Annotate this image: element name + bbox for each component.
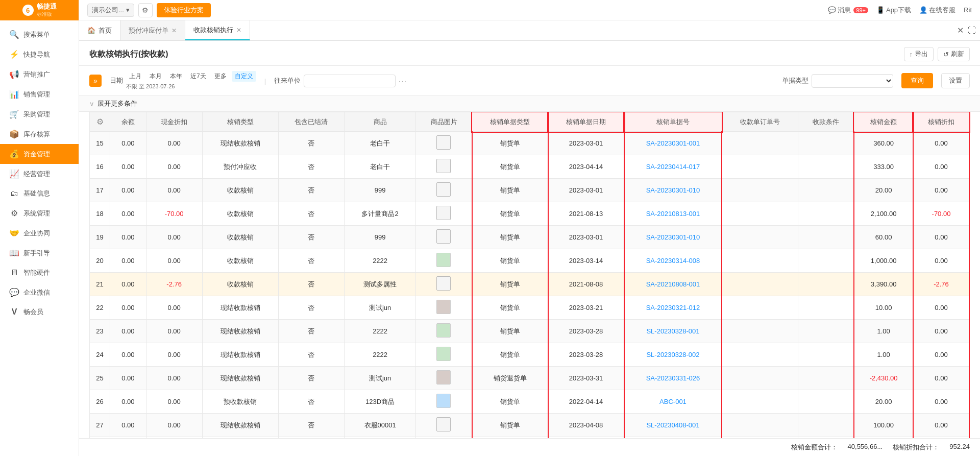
cell-balance: 0.00 bbox=[110, 132, 146, 155]
date-btn-this-year[interactable]: 本年 bbox=[167, 71, 185, 82]
cell-writeoff-no[interactable]: SL-20230328-001 bbox=[624, 320, 722, 343]
sidebar-item-guide[interactable]: 📖 新手引导 bbox=[0, 243, 79, 263]
cell-id: 23 bbox=[90, 320, 110, 343]
cell-writeoff-date: 2023-04-08 bbox=[548, 414, 624, 437]
total-amount-value: 40,556,66... bbox=[848, 443, 883, 452]
cell-type: 收款核销 bbox=[202, 273, 278, 296]
cell-included: 否 bbox=[278, 132, 344, 155]
sidebar-item-wechat[interactable]: 💬 企业微信 bbox=[0, 282, 79, 302]
date-label: 日期 bbox=[110, 76, 123, 85]
collab-nav-icon: 🤝 bbox=[9, 228, 19, 238]
cell-receipt-order bbox=[722, 273, 798, 296]
member-nav-icon: V bbox=[9, 307, 19, 317]
table-row: 15 0.00 0.00 现结收款核销 否 老白干 销货单 2023-03-01… bbox=[90, 132, 970, 155]
sidebar-item-member[interactable]: V 畅会员 bbox=[0, 302, 79, 322]
app-download-button[interactable]: 📱 App下载 bbox=[876, 6, 911, 15]
cell-writeoff-no[interactable]: SA-20230331-026 bbox=[624, 367, 722, 390]
date-btn-last-month[interactable]: 上月 bbox=[126, 71, 144, 82]
message-button[interactable]: 💬 消息 99+ bbox=[828, 6, 868, 15]
company-selector[interactable]: 演示公司... ▾ bbox=[87, 4, 134, 17]
cell-included: 否 bbox=[278, 226, 344, 249]
online-service-button[interactable]: 👤 在线客服 bbox=[919, 6, 955, 15]
cell-writeoff-no[interactable]: SA-20230301-010 bbox=[624, 179, 722, 202]
settings-button[interactable]: ⚙ bbox=[138, 3, 153, 17]
voucher-type-select[interactable] bbox=[812, 74, 893, 88]
voucher-type-label: 单据类型 bbox=[782, 76, 808, 85]
cell-writeoff-no[interactable]: SA-20210813-001 bbox=[624, 202, 722, 226]
tab-writeoff-close[interactable]: ✕ bbox=[236, 27, 241, 34]
tab-fullscreen-button[interactable]: ⛶ bbox=[968, 26, 976, 35]
sidebar-item-inventory[interactable]: 📦 库存核算 bbox=[0, 124, 79, 144]
sidebar-item-sales[interactable]: 📊 销售管理 bbox=[0, 84, 79, 104]
sidebar-item-purchase[interactable]: 🛒 采购管理 bbox=[0, 104, 79, 124]
sidebar-item-collab[interactable]: 🤝 企业协同 bbox=[0, 223, 79, 243]
export-button[interactable]: ↑ 导出 bbox=[904, 47, 934, 61]
from-unit-filter: 往来单位 ··· bbox=[274, 75, 407, 87]
cell-goods-img bbox=[416, 320, 472, 343]
sidebar-item-operation[interactable]: 📈 经营管理 bbox=[0, 164, 79, 184]
tab-prepay[interactable]: 预付冲应付单 ✕ bbox=[120, 20, 185, 40]
page-title: 收款核销执行(按收款) bbox=[89, 49, 168, 60]
cell-balance: 0.00 bbox=[110, 249, 146, 273]
cell-goods: 测试多属性 bbox=[344, 273, 415, 296]
query-button[interactable]: 查询 bbox=[901, 73, 933, 88]
tab-prepay-close[interactable]: ✕ bbox=[172, 27, 177, 34]
date-btn-more[interactable]: 更多 bbox=[211, 71, 230, 82]
cell-writeoff-type: 销货单 bbox=[472, 390, 548, 414]
date-btn-custom[interactable]: 自定义 bbox=[232, 71, 256, 82]
date-btn-7days[interactable]: 近7天 bbox=[187, 71, 209, 82]
filter-settings-button[interactable]: 设置 bbox=[941, 73, 970, 88]
cell-writeoff-no[interactable]: ABC-001 bbox=[624, 390, 722, 414]
cell-receipt-condition bbox=[798, 320, 854, 343]
date-btn-this-month[interactable]: 本月 bbox=[146, 71, 165, 82]
sidebar-item-marketing[interactable]: 📢 营销推广 bbox=[0, 64, 79, 84]
cell-goods-img bbox=[416, 132, 472, 155]
cell-writeoff-amount: 60.00 bbox=[854, 226, 913, 249]
cell-writeoff-no[interactable]: SA-20230301-010 bbox=[624, 226, 722, 249]
cell-writeoff-no[interactable]: SA-20210808-001 bbox=[624, 273, 722, 296]
from-unit-input[interactable] bbox=[304, 75, 396, 87]
sidebar-item-system[interactable]: ⚙ 系统管理 bbox=[0, 203, 79, 223]
sidebar-item-label: 畅会员 bbox=[23, 307, 43, 317]
expand-more-bar[interactable]: ∨ 展开更多条件 bbox=[79, 96, 980, 112]
cell-goods-img bbox=[416, 367, 472, 390]
tab-home[interactable]: 🏠 首页 bbox=[79, 20, 120, 40]
cell-receipt-condition bbox=[798, 132, 854, 155]
expand-button[interactable]: » bbox=[89, 75, 102, 87]
cell-writeoff-no[interactable]: SA-20230301-001 bbox=[624, 132, 722, 155]
cell-writeoff-amount: 2,100.00 bbox=[854, 202, 913, 226]
sidebar-item-basic[interactable]: 🗂 基础信息 bbox=[0, 184, 79, 203]
sidebar-item-hardware[interactable]: 🖥 智能硬件 bbox=[0, 263, 79, 282]
tab-writeoff[interactable]: 收款核销执行 ✕ bbox=[185, 20, 250, 40]
cell-writeoff-discount: 0.00 bbox=[913, 343, 969, 367]
system-nav-icon: ⚙ bbox=[9, 208, 19, 218]
user-name-button[interactable]: Rit bbox=[964, 6, 972, 14]
sidebar-item-finance[interactable]: 💰 资金管理 bbox=[0, 144, 79, 164]
cell-id: 24 bbox=[90, 343, 110, 367]
refresh-button[interactable]: ↺ 刷新 bbox=[938, 47, 970, 61]
cell-id: 19 bbox=[90, 226, 110, 249]
tab-close-all-button[interactable]: ✕ bbox=[957, 26, 964, 35]
col-header-balance: 余额 bbox=[110, 112, 146, 132]
cell-writeoff-no[interactable]: SL-20230418-001 bbox=[624, 437, 722, 439]
sidebar-item-label: 采购管理 bbox=[23, 110, 50, 119]
cell-receipt-condition bbox=[798, 390, 854, 414]
table-wrapper[interactable]: ⚙ 余额 现金折扣 核销类型 包含已结清 商品 商品图片 核销单据类型 核销单据… bbox=[79, 112, 980, 438]
cell-writeoff-discount: 0.00 bbox=[913, 390, 969, 414]
cell-writeoff-no[interactable]: SL-20230408-001 bbox=[624, 414, 722, 437]
cell-balance: 0.00 bbox=[110, 296, 146, 320]
sidebar-item-shortcut[interactable]: ⚡ 快捷导航 bbox=[0, 44, 79, 64]
cell-goods-img bbox=[416, 273, 472, 296]
cell-included: 否 bbox=[278, 343, 344, 367]
cell-writeoff-no[interactable]: SA-20230414-017 bbox=[624, 155, 722, 179]
sidebar-item-search[interactable]: 🔍 搜索菜单 bbox=[0, 25, 79, 44]
cell-writeoff-no[interactable]: SA-20230321-012 bbox=[624, 296, 722, 320]
col-header-writeoff-type: 核销单据类型 bbox=[472, 112, 548, 132]
cell-receipt-condition bbox=[798, 202, 854, 226]
industry-button[interactable]: 休验行业方案 bbox=[157, 3, 211, 17]
cell-writeoff-no[interactable]: SA-20230314-008 bbox=[624, 249, 722, 273]
cell-writeoff-date: 2021-08-13 bbox=[548, 202, 624, 226]
col-header-settings[interactable]: ⚙ bbox=[90, 112, 110, 132]
cell-receipt-order bbox=[722, 414, 798, 437]
cell-writeoff-no[interactable]: SL-20230328-002 bbox=[624, 343, 722, 367]
